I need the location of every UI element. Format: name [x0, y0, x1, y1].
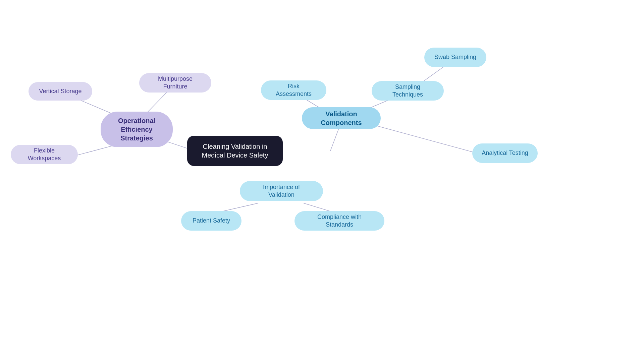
svg-line-8 — [364, 122, 475, 153]
center-node: Cleaning Validation in Medical Device Sa… — [187, 136, 283, 166]
swab-sampling-node: Swab Sampling — [424, 48, 486, 67]
operational-efficiency-node: Operational Efficiency Strategies — [101, 112, 173, 147]
analytical-testing-node: Analytical Testing — [472, 143, 538, 163]
patient-safety-node: Patient Safety — [181, 211, 241, 231]
svg-line-3 — [77, 146, 112, 155]
compliance-with-standards-node: Compliance with Standards — [294, 211, 384, 231]
flexible-workspaces-node: Flexible Workspaces — [11, 145, 78, 164]
risk-assessments-node: Risk Assessments — [261, 80, 326, 100]
sampling-techniques-node: Sampling Techniques — [372, 81, 444, 101]
validation-components-node: Validation Components — [302, 107, 381, 129]
vertical-storage-node: Vertical Storage — [29, 82, 92, 101]
multipurpose-furniture-node: Multipurpose Furniture — [139, 73, 211, 93]
importance-of-validation-node: Importance of Validation — [240, 181, 323, 201]
